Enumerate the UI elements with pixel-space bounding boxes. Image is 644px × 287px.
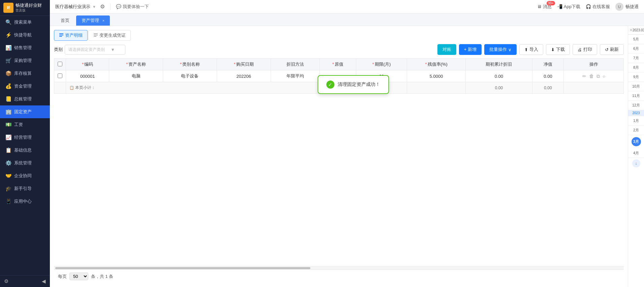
company-selector[interactable]: 医疗器械行业演示 ▼ (55, 4, 96, 10)
sidebar-item-newguide[interactable]: 🎓 新手引导 (0, 182, 50, 195)
export-label: 导入 (529, 46, 538, 53)
toast-check-icon: ✓ (326, 81, 334, 89)
main-area: 医疗器械行业演示 ▼ ⚙ 💬 我要体验一下 🖥 消息 99+ 📲 App下载 🎧… (50, 0, 644, 287)
calendar-month-9[interactable]: 9月 (628, 72, 644, 82)
collapse-icon[interactable]: ◀ (42, 278, 46, 284)
sidebar-item-search[interactable]: 🔍 搜索菜单 (0, 16, 50, 29)
list-icon: 📋 (5, 147, 11, 153)
sidebar-item-quicknav[interactable]: ⚡ 快捷导航 (0, 29, 50, 41)
user-menu[interactable]: U 畅捷通 (615, 3, 639, 11)
sub-tab-change-voucher[interactable]: 变更生成凭证 (88, 30, 131, 41)
topbar-settings-icon[interactable]: ⚙ (100, 3, 105, 10)
calendar-year-2023: 2023 (628, 110, 644, 116)
calendar-down-icon[interactable]: ↓ (632, 159, 640, 167)
scrollbar-thumb[interactable] (55, 267, 310, 269)
download-button[interactable]: ⬇ 下载 (546, 44, 570, 55)
success-toast: ✓ 清理固定资产成功！ (317, 75, 389, 94)
sidebar-item-inventory[interactable]: 📦 库存核算 (0, 67, 50, 80)
select-all-checkbox[interactable] (58, 62, 62, 66)
sidebar-item-payroll[interactable]: 💵 工资 (0, 118, 50, 131)
copy-icon[interactable]: ⧉ (596, 73, 600, 79)
sidebar-item-finance[interactable]: 💰 资金管理 (0, 80, 50, 93)
tab-home[interactable]: 首页 (55, 15, 75, 26)
sidebar-item-sales[interactable]: 📊 销售管理 (0, 41, 50, 54)
panel-date-header: 2023.03 (633, 28, 644, 32)
horizontal-scrollbar[interactable] (54, 266, 624, 269)
batch-label: 批量操作 (489, 46, 507, 53)
panel-close-left[interactable]: ✕ (630, 28, 633, 32)
sub-tab-asset-detail[interactable]: 资产明细 (54, 30, 88, 41)
table-header-depr-method: 折旧方法 (271, 59, 320, 70)
settings-bottom-icon[interactable]: ⚙ (4, 278, 8, 284)
print-icon: 🖨 (578, 47, 582, 52)
sidebar-item-sysconfig[interactable]: ⚙️ 系统管理 (0, 157, 50, 169)
calendar-month-2[interactable]: 2月 (628, 126, 644, 135)
experience-btn[interactable]: 💬 我要体验一下 (116, 4, 149, 10)
sub-tab-asset-detail-label: 资产明细 (65, 32, 83, 38)
change-voucher-icon (93, 33, 98, 38)
calendar-month-10[interactable]: 10月 (628, 82, 644, 91)
sub-tabs: 资产明细 变更生成凭证 (54, 30, 624, 41)
gear-icon: ⚙️ (5, 160, 11, 166)
calendar-month-4[interactable]: 4月 (628, 149, 644, 158)
export-button[interactable]: ⬆ 导入 (519, 44, 543, 55)
reconcile-button[interactable]: 对账 (437, 44, 456, 55)
sidebar-item-purchase[interactable]: 🛒 采购管理 (0, 54, 50, 67)
per-page-select[interactable]: 50 100 200 (69, 273, 88, 280)
delete-icon[interactable]: 🗑 (589, 73, 594, 79)
new-button[interactable]: + 新增 (459, 44, 482, 55)
service-btn[interactable]: 🎧 在线客服 (586, 4, 610, 10)
tab-asset-management[interactable]: 资产管理 × (76, 15, 110, 26)
calendar-month-8[interactable]: 8月 (628, 63, 644, 72)
tab-close-icon[interactable]: × (102, 19, 104, 23)
export-icon: ⬆ (524, 47, 528, 52)
calendar-month-11[interactable]: 11月 (628, 91, 644, 101)
batch-button[interactable]: 批量操作 ∨ (484, 44, 517, 55)
phone-download-icon: 📲 (557, 4, 562, 9)
calendar-month-3-current[interactable]: 3月 (632, 137, 641, 147)
app-download-label: App下载 (564, 4, 580, 10)
sub-tab-change-voucher-label: 变更生成凭证 (99, 32, 126, 38)
toolbar: 类别 请选择固定资产类别 ▼ 对账 + 新增 批量操作 ∨ (54, 44, 624, 55)
app-download-btn[interactable]: 📲 App下载 (557, 4, 580, 10)
sidebar-item-operations[interactable]: 📈 经营管理 (0, 131, 50, 144)
topbar-divider (110, 3, 111, 10)
category-select-box[interactable]: 请选择固定资产类别 ▼ (65, 45, 125, 55)
table-header-term: *期限(月) (356, 59, 407, 70)
sidebar-item-appcenter[interactable]: 📱 应用中心 (0, 195, 50, 208)
sidebar-item-fixedassets[interactable]: 🏢 固定资产 (0, 105, 50, 118)
chart-icon: 📊 (5, 45, 11, 51)
calendar-month-1[interactable]: 1月 (628, 116, 644, 126)
sidebar-item-enterprise[interactable]: 🤝 企业协同 (0, 169, 50, 182)
calendar-month-5[interactable]: 5月 (628, 35, 644, 44)
experience-text: 我要体验一下 (123, 4, 149, 10)
calendar-month-12[interactable]: 12月 (628, 101, 644, 110)
calendar-month-7[interactable]: 7月 (628, 54, 644, 63)
table-header-purchase-date: *购买日期 (217, 59, 271, 70)
new-label: + 新增 (464, 46, 477, 53)
row-name: 电脑 (109, 70, 163, 82)
tab-asset-label: 资产管理 (82, 18, 99, 23)
table-wrap: *编码 *资产名称 *类别名称 *购买日期 折旧方法 *原值 *期限(月) *残… (54, 58, 624, 266)
sidebar-item-label: 固定资产 (14, 109, 32, 115)
toolbar-right: 对账 + 新增 批量操作 ∨ ⬆ 导入 ⬇ 下载 (437, 44, 624, 55)
more-icon[interactable]: ⟐ (603, 73, 605, 79)
print-button[interactable]: 🖨 打印 (573, 44, 597, 55)
sidebar-item-label: 搜索菜单 (14, 19, 32, 25)
edit-icon[interactable]: ✏ (582, 73, 586, 79)
total-text: 条，共 1 条 (91, 274, 113, 280)
row-checkbox[interactable] (58, 73, 62, 78)
batch-arrow-icon: ∨ (508, 47, 512, 52)
calendar-month-6[interactable]: 6月 (628, 44, 644, 54)
book-icon: 📒 (5, 96, 11, 102)
sidebar: 财 畅捷通好业财 普及版 🔍 搜索菜单 ⚡ 快捷导航 📊 销售管理 🛒 采购管理… (0, 0, 50, 287)
sidebar-item-basicinfo[interactable]: 📋 基础信息 (0, 144, 50, 157)
message-btn[interactable]: 🖥 消息 99+ (537, 4, 552, 10)
sidebar-item-label: 销售管理 (14, 45, 32, 51)
category-label: 类别 (54, 46, 63, 53)
download-icon: ⬇ (551, 47, 555, 52)
box-icon: 📦 (5, 70, 11, 76)
sidebar-item-ledger[interactable]: 📒 总账管理 (0, 93, 50, 105)
sidebar-item-label: 工资 (14, 122, 23, 128)
refresh-button[interactable]: ↺ 刷新 (600, 44, 624, 55)
